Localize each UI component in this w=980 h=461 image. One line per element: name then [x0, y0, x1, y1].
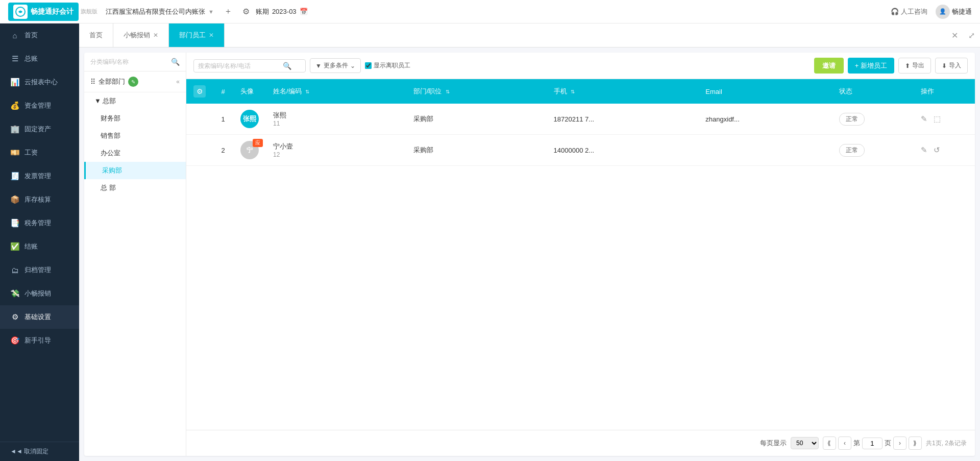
topbar-right: 🎧 人工咨询 👤 畅捷通 — [891, 5, 972, 19]
show-resigned-input[interactable] — [365, 62, 372, 69]
import-icon: ⬇ — [942, 62, 947, 69]
main-wrap: ⌂ 首页 ☰ 总账 📊 云报表中心 💰 资金管理 🏢 固定资产 💴 工资 🧾 发… — [0, 23, 980, 461]
dept-search-input[interactable] — [90, 58, 168, 65]
dept-search-bar: 🔍 — [84, 53, 186, 71]
import-button[interactable]: ⬇ 导入 — [935, 58, 968, 74]
sidebar-item-archive[interactable]: 🗂 归档管理 — [0, 258, 79, 282]
employee-search-icon[interactable]: 🔍 — [283, 62, 291, 70]
add-button[interactable]: ＋ — [222, 4, 234, 19]
dept-node-office[interactable]: 办公室 — [84, 144, 186, 162]
sidebar-item-closeaccount[interactable]: ✅ 结账 — [0, 235, 79, 258]
invite-button[interactable]: 邀请 — [814, 58, 844, 74]
archive-icon: 🗂 — [10, 266, 19, 275]
edit-badge[interactable]: ✎ — [128, 77, 138, 87]
sidebar-item-label: 首页 — [24, 31, 38, 40]
th-settings: ⚙ — [186, 79, 213, 104]
all-dept-header[interactable]: ⠿ 全部部门 ✎ « — [84, 71, 186, 92]
row2-email — [698, 135, 832, 166]
sidebar-item-funds[interactable]: 💰 资金管理 — [0, 94, 79, 117]
service-btn[interactable]: 🎧 人工咨询 — [891, 7, 927, 16]
sidebar-item-ledger[interactable]: ☰ 总账 — [0, 47, 79, 70]
tab-dept-close[interactable]: ✕ — [209, 32, 214, 39]
row1-name: 张熙 — [273, 111, 399, 120]
company-selector[interactable]: 江西服宝精品有限责任公司内账张 ▼ — [106, 7, 214, 16]
service-label: 人工咨询 — [901, 7, 927, 16]
tab-home[interactable]: 首页 — [79, 23, 113, 47]
row1-phone: 18720211 7... — [547, 104, 699, 135]
row1-dept: 采购部 — [406, 104, 547, 135]
filter-label: 更多条件 — [324, 61, 348, 70]
dept-node-finance[interactable]: 财务部 — [84, 110, 186, 127]
reports-icon: 📊 — [10, 78, 19, 87]
last-page-btn[interactable]: ⟫ — [909, 436, 922, 450]
sidebar-item-inventory[interactable]: 📦 库存核算 — [0, 188, 79, 211]
row1-exit-icon[interactable]: ⬚ — [934, 114, 941, 124]
th-status: 状态 — [832, 79, 914, 104]
sidebar-item-home[interactable]: ⌂ 首页 — [0, 23, 79, 47]
pending-tag: 应 — [253, 139, 263, 147]
th-phone[interactable]: 手机 ⇅ — [547, 79, 699, 104]
row1-actions: ✎ ⬚ — [914, 104, 975, 135]
all-dept-label: 全部部门 — [99, 77, 125, 86]
row2-dept: 采购部 — [406, 135, 547, 166]
sidebar-item-label: 结账 — [24, 242, 38, 251]
content-area: 首页 小畅报销 ✕ 部门员工 ✕ ✕ ⤢ 🔍 ⠿ — [79, 23, 980, 461]
dept-search-icon[interactable]: 🔍 — [171, 58, 180, 66]
export-button[interactable]: ⬆ 导出 — [898, 58, 931, 74]
collapse-icon: « — [176, 78, 180, 85]
tab-expense-close[interactable]: ✕ — [153, 32, 158, 39]
sidebar-item-assets[interactable]: 🏢 固定资产 — [0, 117, 79, 141]
sidebar-item-expense[interactable]: 💸 小畅报销 — [0, 282, 79, 305]
dept-tree: ▼ 总部 财务部 销售部 办公室 采购部 总 部 — [84, 92, 186, 456]
dept-node-purchase[interactable]: 采购部 — [84, 162, 186, 179]
sidebar-item-guide[interactable]: 🎯 新手引导 — [0, 329, 79, 352]
employee-search-input[interactable] — [198, 62, 280, 69]
th-name-code[interactable]: 姓名/编码 ⇅ — [266, 79, 406, 104]
status-badge-1: 正常 — [839, 113, 865, 126]
tab-home-label: 首页 — [89, 31, 103, 40]
phone-sort-icon[interactable]: ⇅ — [571, 89, 575, 94]
sidebar-item-salary[interactable]: 💴 工资 — [0, 141, 79, 164]
edition-label: 旗舰版 — [81, 8, 97, 15]
column-settings-icon[interactable]: ⚙ — [193, 85, 206, 98]
sidebar-item-label: 小畅报销 — [24, 289, 51, 298]
row2-edit-icon[interactable]: ✎ — [921, 145, 927, 155]
name-sort-icon[interactable]: ⇅ — [305, 89, 309, 94]
page-input[interactable] — [862, 438, 883, 449]
more-filter-btn[interactable]: ▼ 更多条件 ⌄ — [310, 58, 361, 73]
dept-node-zongbu[interactable]: ▼ 总部 — [84, 92, 186, 110]
add-employee-button[interactable]: + 新增员工 — [848, 58, 894, 74]
sidebar-item-reports[interactable]: 📊 云报表中心 — [0, 70, 79, 94]
period-selector[interactable]: 账期 2023-03 📅 — [256, 7, 308, 16]
sidebar-item-invoice[interactable]: 🧾 发票管理 — [0, 164, 79, 188]
row1-status: 正常 — [832, 104, 914, 135]
show-resigned-checkbox[interactable]: 显示离职员工 — [365, 61, 410, 70]
company-dropdown-icon: ▼ — [208, 9, 214, 15]
row1-edit-icon[interactable]: ✎ — [921, 114, 927, 124]
sidebar: ⌂ 首页 ☰ 总账 📊 云报表中心 💰 资金管理 🏢 固定资产 💴 工资 🧾 发… — [0, 23, 79, 461]
dept-node-general[interactable]: 总 部 — [84, 179, 186, 197]
user-menu[interactable]: 👤 畅捷通 — [936, 5, 972, 19]
tab-dept[interactable]: 部门员工 ✕ — [169, 23, 225, 47]
first-page-btn[interactable]: ⟪ — [823, 436, 836, 450]
th-dept[interactable]: 部门/职位 ⇅ — [406, 79, 547, 104]
row2-delete-icon[interactable]: ↺ — [934, 145, 940, 155]
prev-page-btn[interactable]: ‹ — [838, 436, 851, 450]
pin-toggle[interactable]: ◄◄ 取消固定 — [0, 442, 79, 461]
dept-sort-icon[interactable]: ⇅ — [446, 89, 450, 94]
sidebar-item-basic[interactable]: ⚙ 基础设置 — [0, 305, 79, 329]
sidebar-item-tax[interactable]: 📑 税务管理 — [0, 211, 79, 235]
next-page-btn[interactable]: › — [893, 436, 906, 450]
salary-icon: 💴 — [10, 148, 19, 157]
import-label: 导入 — [949, 61, 961, 70]
settings-button[interactable]: ⚙ — [240, 5, 252, 18]
tab-expense[interactable]: 小畅报销 ✕ — [113, 23, 169, 47]
th-email: Email — [698, 79, 832, 104]
row1-index: 1 — [213, 104, 233, 135]
topbar: 畅捷通好会计 旗舰版 江西服宝精品有限责任公司内账张 ▼ ＋ ⚙ 账期 2023… — [0, 0, 980, 23]
tab-expand-btn[interactable]: ⤢ — [963, 26, 980, 45]
row2-name: 宁小壹 — [273, 142, 399, 151]
tab-close-btn[interactable]: ✕ — [946, 26, 963, 45]
dept-node-sales[interactable]: 销售部 — [84, 127, 186, 144]
per-page-select[interactable]: 50 10 20 100 — [791, 437, 819, 449]
